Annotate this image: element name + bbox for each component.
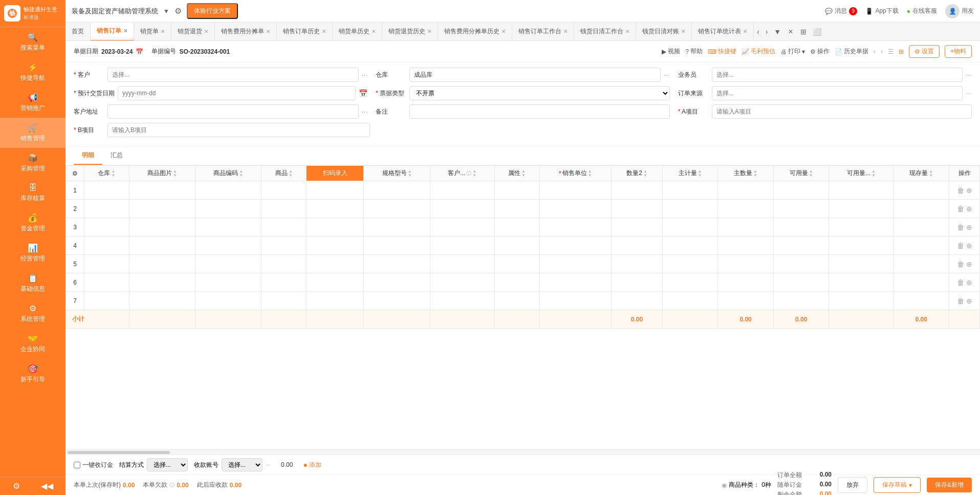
table-cell[interactable]: [829, 292, 894, 310]
detail-tab-detail[interactable]: 明细: [74, 147, 102, 165]
tab-sales-order-history[interactable]: 销售订单历史 ✕: [277, 23, 333, 41]
delete-row-btn[interactable]: 🗑: [956, 222, 965, 232]
warehouse-more-icon[interactable]: ···: [664, 71, 670, 79]
table-cell[interactable]: [430, 236, 494, 255]
table-cell[interactable]: [195, 218, 262, 236]
table-cell[interactable]: [307, 236, 364, 255]
table-cell[interactable]: [364, 273, 430, 292]
th-product-image[interactable]: 商品图片 ▲▼: [129, 166, 195, 181]
salesperson-input[interactable]: [712, 68, 963, 82]
sidebar-item-sales[interactable]: 🛒 销售管理: [0, 118, 66, 148]
table-cell[interactable]: [494, 218, 539, 236]
table-cell[interactable]: [829, 255, 894, 273]
tab-sales-order-close[interactable]: ✕: [123, 28, 127, 34]
message-btn[interactable]: 💬 消息 9: [825, 7, 857, 15]
table-cell[interactable]: [894, 273, 949, 292]
tab-more-btn[interactable]: ▼: [771, 23, 784, 41]
th-main-qty[interactable]: 主数量 ▲▼: [718, 166, 774, 181]
settings-bottom-btn[interactable]: ⚙: [13, 481, 20, 491]
table-cell[interactable]: [662, 292, 718, 310]
table-cell[interactable]: [539, 273, 612, 292]
table-cell[interactable]: [718, 218, 774, 236]
table-scrollbar-thumb[interactable]: [68, 451, 170, 454]
delete-row-btn[interactable]: 🗑: [956, 204, 965, 214]
table-cell[interactable]: [129, 181, 195, 200]
table-cell[interactable]: [829, 236, 894, 255]
table-cell[interactable]: [430, 218, 494, 236]
tab-sales-order-history-close[interactable]: ✕: [322, 29, 326, 34]
table-cell[interactable]: [894, 218, 949, 236]
table-cell[interactable]: [262, 181, 307, 200]
b-project-input[interactable]: [107, 123, 370, 137]
sidebar-item-marketing[interactable]: 📢 营销推广: [0, 88, 66, 118]
table-cell[interactable]: [894, 200, 949, 218]
tab-sales-refund-close[interactable]: ✕: [204, 29, 208, 34]
table-cell[interactable]: [262, 200, 307, 218]
warehouse-input[interactable]: [409, 68, 661, 82]
receipt-more-icon[interactable]: ···: [266, 461, 271, 468]
tab-sales-refund-history-close[interactable]: ✕: [427, 29, 431, 34]
save-new-btn[interactable]: 保存&新增: [927, 478, 972, 492]
th-attribute[interactable]: 属性 ▲▼: [494, 166, 539, 181]
tab-maximize-btn[interactable]: ⬜: [810, 23, 824, 41]
tab-sales-refund[interactable]: 销货退货 ✕: [171, 23, 215, 41]
table-cell[interactable]: [612, 273, 662, 292]
table-cell[interactable]: [430, 292, 494, 310]
table-cell[interactable]: [612, 292, 662, 310]
sidebar-item-quick-nav[interactable]: ⚡ 快捷导航: [0, 57, 66, 88]
table-cell[interactable]: [773, 181, 829, 200]
profit-forecast-action[interactable]: 📈 毛利预估: [742, 47, 775, 56]
table-cell[interactable]: [129, 218, 195, 236]
table-cell[interactable]: [430, 273, 494, 292]
table-cell[interactable]: [307, 273, 364, 292]
tab-cash-reconciliation[interactable]: 钱货日清对账 ✕: [636, 23, 692, 41]
th-stock[interactable]: 现存量 ▲▼: [894, 166, 949, 181]
address-more-icon[interactable]: ···: [362, 107, 368, 116]
table-cell[interactable]: [718, 181, 774, 200]
table-cell[interactable]: [430, 181, 494, 200]
table-cell[interactable]: [195, 255, 262, 273]
sidebar-item-enterprise[interactable]: 🤝 企业协同: [0, 329, 66, 359]
delete-row-btn[interactable]: 🗑: [956, 259, 965, 269]
table-cell[interactable]: [84, 200, 129, 218]
calendar-icon[interactable]: 📅: [136, 48, 143, 55]
table-cell[interactable]: [129, 200, 195, 218]
table-cell[interactable]: [718, 255, 774, 273]
save-draft-btn[interactable]: 保存草稿 ▾: [874, 477, 921, 493]
table-cell[interactable]: [84, 218, 129, 236]
tab-cash-daily-workbench-close[interactable]: ✕: [625, 29, 629, 34]
table-cell[interactable]: [307, 255, 364, 273]
table-cell[interactable]: [662, 273, 718, 292]
history-action[interactable]: 📄 历史单据: [835, 47, 868, 56]
table-cell[interactable]: [773, 255, 829, 273]
th-qty2[interactable]: 数量2 ▲▼: [612, 166, 662, 181]
quick-order-checkbox[interactable]: 一键收订金: [74, 461, 113, 469]
copy-row-btn[interactable]: ⊕: [965, 222, 973, 232]
tab-sales-order-workbench[interactable]: 销售订单工作台 ✕: [512, 23, 574, 41]
app-download-btn[interactable]: 📱 App下载: [865, 7, 898, 15]
tab-sales-order-workbench-close[interactable]: ✕: [563, 29, 568, 34]
table-cell[interactable]: [307, 181, 364, 200]
tab-sales-order-stats-close[interactable]: ✕: [743, 29, 747, 34]
settings-btn[interactable]: ⚙ 设置: [909, 45, 940, 58]
note-input[interactable]: [409, 104, 669, 119]
tab-sales-fee-split-history-close[interactable]: ✕: [502, 29, 506, 34]
table-cell[interactable]: [612, 255, 662, 273]
tab-grid-btn[interactable]: ⊞: [797, 23, 810, 41]
table-cell[interactable]: [662, 181, 718, 200]
table-cell[interactable]: [262, 218, 307, 236]
list-view-btn[interactable]: ☰: [888, 48, 894, 55]
th-main-unit[interactable]: 主计量 ▲▼: [662, 166, 718, 181]
table-cell[interactable]: [662, 218, 718, 236]
receipt-account-select[interactable]: 选择...: [222, 458, 263, 471]
sidebar-item-base-info[interactable]: 📋 基础信息: [0, 268, 66, 298]
tab-sales-order-stats[interactable]: 销售订单统计表 ✕: [692, 23, 754, 41]
table-wrap[interactable]: ⚙ 仓库 ▲▼ 商品图片 ▲▼: [66, 165, 980, 449]
table-cell[interactable]: [773, 200, 829, 218]
sidebar-item-search[interactable]: 🔍 搜索菜单: [0, 27, 66, 57]
th-scan[interactable]: 扫码录入: [307, 166, 364, 181]
user-btn[interactable]: 👤 用友: [945, 4, 974, 18]
th-warehouse[interactable]: 仓库 ▲▼: [84, 166, 129, 181]
table-cell[interactable]: [718, 200, 774, 218]
delete-row-btn[interactable]: 🗑: [956, 185, 965, 196]
